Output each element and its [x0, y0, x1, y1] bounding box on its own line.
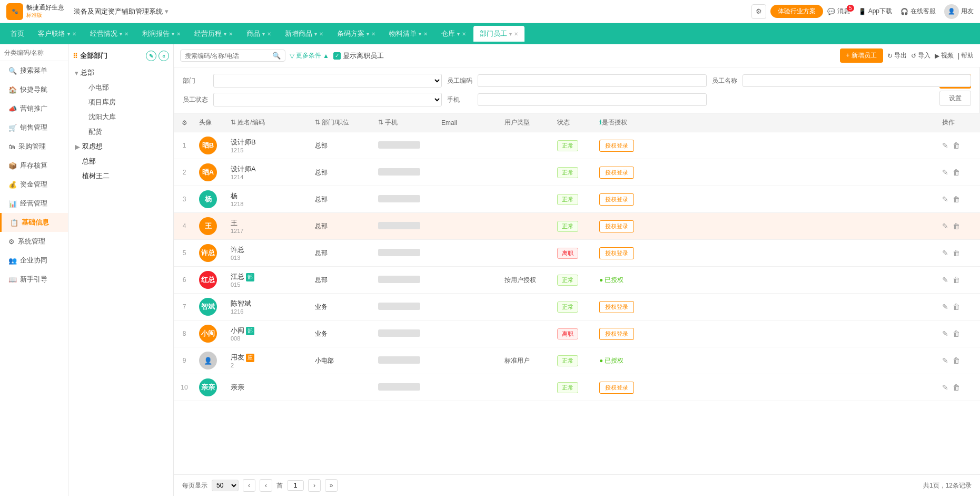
search-box[interactable]: 🔍 — [180, 50, 285, 62]
auth-btn[interactable]: 授权登录 — [599, 140, 634, 152]
close-icon[interactable]: ✕ — [72, 31, 76, 37]
auth-btn[interactable]: 授权登录 — [599, 301, 634, 313]
sidebar-item-basic[interactable]: 📋 基础信息 — [0, 213, 68, 232]
delete-icon[interactable]: 🗑 — [953, 141, 960, 150]
close-icon[interactable]: ✕ — [514, 31, 518, 37]
sidebar-search-box[interactable]: 🔍 — [0, 44, 68, 61]
import-btn[interactable]: ↺ 导入 — [911, 51, 930, 60]
emp-status-select[interactable] — [213, 93, 442, 106]
edit-icon[interactable]: ✎ — [942, 168, 948, 177]
tab-goods[interactable]: 商品▾✕ — [240, 26, 278, 42]
sidebar-search-input[interactable] — [4, 49, 68, 56]
delete-icon[interactable]: 🗑 — [953, 383, 960, 392]
dept-leaf-shenyang[interactable]: 沈阳大库 — [80, 110, 169, 124]
delete-icon[interactable]: 🗑 — [953, 276, 960, 284]
delete-icon[interactable]: 🗑 — [953, 329, 960, 338]
sidebar-item-inventory[interactable]: 📦 库存核算 — [0, 156, 68, 175]
edit-icon[interactable]: ✎ — [942, 141, 948, 150]
tab-profit[interactable]: 利润报告▾✕ — [136, 26, 187, 42]
dropdown-arrow-icon[interactable]: ▾ — [165, 7, 169, 15]
edit-icon[interactable]: ✎ — [942, 383, 948, 392]
edit-icon[interactable]: ✎ — [942, 222, 948, 230]
trial-button[interactable]: 体验行业方案 — [770, 5, 823, 18]
auth-btn[interactable]: 授权登录 — [599, 247, 634, 259]
phone-input[interactable] — [478, 93, 706, 106]
col-phone[interactable]: ⇅ 手机 — [374, 113, 437, 132]
col-settings[interactable]: ⚙ — [174, 113, 195, 132]
close-icon[interactable]: ✕ — [124, 31, 128, 37]
sidebar-item-sales[interactable]: 🛒 销售管理 — [0, 118, 68, 137]
page-input[interactable] — [287, 480, 304, 491]
close-icon[interactable]: ✕ — [462, 31, 466, 37]
service-btn[interactable]: 🎧 在线客服 — [900, 7, 936, 16]
prev-page-btn[interactable]: ‹ — [260, 479, 272, 492]
delete-icon[interactable]: 🗑 — [953, 356, 960, 365]
sidebar-item-marketing[interactable]: 📣 营销推广 — [0, 99, 68, 118]
sidebar-item-purchase[interactable]: 🛍 采购管理 — [0, 137, 68, 156]
sidebar-item-finance[interactable]: 💰 资金管理 — [0, 175, 68, 194]
close-icon[interactable]: ✕ — [423, 31, 428, 37]
auth-btn[interactable]: 授权登录 — [599, 220, 634, 232]
close-icon[interactable]: ✕ — [319, 31, 323, 37]
dept-leaf-xiaodian[interactable]: 小电部 — [80, 80, 169, 95]
auth-btn[interactable]: 授权登录 — [599, 193, 634, 206]
delete-icon[interactable]: 🗑 — [953, 303, 960, 311]
dept-edit-btn[interactable]: ✎ — [146, 51, 156, 61]
per-page-select[interactable]: 50 100 — [212, 480, 239, 491]
help-btn[interactable]: | 帮助 — [958, 51, 974, 60]
edit-icon[interactable]: ✎ — [942, 249, 948, 257]
dept-leaf-xiangmu[interactable]: 项目库房 — [80, 95, 169, 110]
dept-node-label-zhishu[interactable]: 植树王二 — [73, 169, 169, 183]
export-btn[interactable]: ↻ 导出 — [887, 51, 907, 60]
app-download-btn[interactable]: 📱 App下载 — [858, 7, 892, 16]
tab-history[interactable]: 经营历程▾✕ — [188, 26, 239, 42]
auth-btn[interactable]: 授权登录 — [599, 167, 634, 179]
next-page-btn[interactable]: › — [308, 479, 321, 492]
auth-btn[interactable]: 授权登录 — [599, 382, 634, 394]
search-input[interactable] — [185, 52, 270, 60]
tab-home[interactable]: 首页 — [4, 26, 31, 42]
edit-icon[interactable]: ✎ — [942, 195, 948, 203]
sidebar-item-collab[interactable]: 👥 企业协同 — [0, 251, 68, 270]
col-dept[interactable]: ⇅ 部门/职位 — [311, 113, 374, 132]
sidebar-item-system[interactable]: ⚙ 系统管理 — [0, 232, 68, 251]
tab-add-goods[interactable]: 新增商品▾✕ — [279, 26, 330, 42]
edit-icon[interactable]: ✎ — [942, 303, 948, 311]
delete-icon[interactable]: 🗑 — [953, 195, 960, 203]
user-btn[interactable]: 👤 用友 — [944, 4, 974, 19]
delete-icon[interactable]: 🗑 — [953, 249, 960, 257]
filter-more-btn[interactable]: ▽ 更多条件 ▲ — [290, 51, 329, 60]
view-btn[interactable]: ▶ 视频 — [935, 51, 954, 60]
add-employee-btn[interactable]: + 新增员工 — [840, 48, 883, 63]
dept-node-label-shuang[interactable]: ▶ 双虑想 — [73, 139, 169, 154]
set-button[interactable]: 设置 — [939, 91, 971, 106]
sidebar-item-search[interactable]: 🔍 搜索菜单 — [0, 61, 68, 80]
delete-icon[interactable]: 🗑 — [953, 168, 960, 177]
settings-btn[interactable]: ⚙ — [751, 4, 766, 19]
col-name[interactable]: ⇅ 姓名/编码 — [226, 113, 311, 132]
tab-business[interactable]: 经营情况▾✕ — [84, 26, 135, 42]
dept-leaf-peihuo[interactable]: 配货 — [80, 124, 169, 139]
tab-staff[interactable]: 部门员工▾✕ — [473, 26, 524, 42]
sidebar-item-management[interactable]: 📊 经营管理 — [0, 194, 68, 213]
dept-collapse-btn[interactable]: « — [159, 51, 169, 61]
dept-node-label-zongbu[interactable]: ▾ 总部 — [73, 65, 169, 80]
tab-customer[interactable]: 客户联络▾✕ — [32, 26, 83, 42]
dept-select[interactable] — [213, 74, 442, 87]
message-btn[interactable]: 💬 消息 5 — [827, 7, 850, 16]
sidebar-item-nav[interactable]: 🏠 快捷导航 — [0, 80, 68, 99]
close-icon[interactable]: ✕ — [229, 31, 233, 37]
edit-icon[interactable]: ✎ — [942, 356, 948, 365]
close-icon[interactable]: ✕ — [371, 31, 375, 37]
auth-btn[interactable]: 授权登录 — [599, 328, 634, 340]
edit-icon[interactable]: ✎ — [942, 276, 948, 284]
edit-icon[interactable]: ✎ — [942, 329, 948, 338]
tab-bom[interactable]: 物料清单▾✕ — [383, 26, 434, 42]
delete-icon[interactable]: 🗑 — [953, 222, 960, 230]
close-icon[interactable]: ✕ — [267, 31, 271, 37]
sidebar-item-guide[interactable]: 📖 新手引导 — [0, 270, 68, 289]
tab-barcode[interactable]: 条码方案▾✕ — [331, 26, 382, 42]
show-resigned-toggle[interactable]: ✓ 显示离职员工 — [333, 51, 384, 61]
first-page-btn[interactable]: ‹ — [243, 479, 255, 492]
emp-code-input[interactable] — [478, 74, 706, 87]
